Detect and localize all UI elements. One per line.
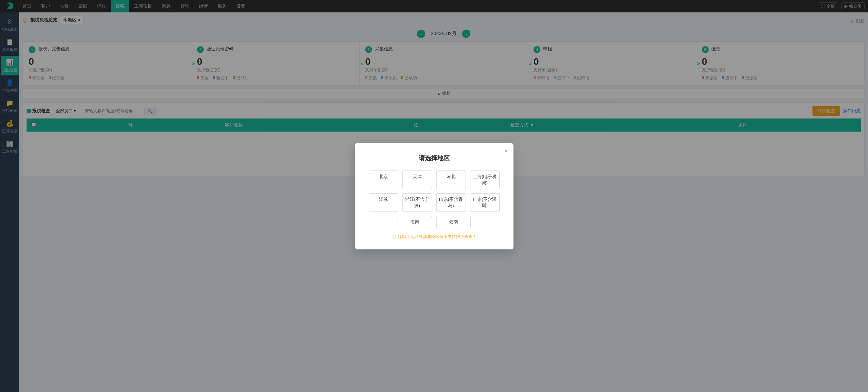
modal-overlay: × 请选择地区 北京 天津 河北 上海(电子税局) 江苏 浙江(不含宁波) 山东… [0,0,868,392]
warning-icon: ⓘ [392,234,396,240]
modal-warning: ⓘ 除以上地区外其他地区暂不支持报税检查！ [369,234,500,240]
region-btn-shandong[interactable]: 山东(不含青岛) [436,193,466,212]
region-grid-row2: 江苏 浙江(不含宁波) 山东(不含青岛) 广东(不含深圳) [369,193,500,212]
region-btn-jiangsu[interactable]: 江苏 [369,193,398,212]
region-btn-zhejiang[interactable]: 浙江(不含宁波) [402,193,432,212]
region-btn-tianjin[interactable]: 天津 [402,171,432,189]
region-grid-row1: 北京 天津 河北 上海(电子税局) [369,171,500,189]
region-grid-row3: 海南 云南 [369,216,500,228]
warning-text: 除以上地区外其他地区暂不支持报税检查！ [398,234,477,240]
region-btn-hainan[interactable]: 海南 [398,216,432,228]
region-btn-hebei[interactable]: 河北 [436,171,466,189]
modal-title: 请选择地区 [369,154,500,162]
region-btn-yunnan[interactable]: 云南 [436,216,471,228]
modal-close-button[interactable]: × [504,148,508,155]
region-btn-guangdong[interactable]: 广东(不含深圳) [470,193,500,212]
modal-dialog: × 请选择地区 北京 天津 河北 上海(电子税局) 江苏 浙江(不含宁波) 山东… [355,143,513,249]
region-btn-shanghai[interactable]: 上海(电子税局) [470,171,500,189]
region-btn-beijing[interactable]: 北京 [369,171,398,189]
